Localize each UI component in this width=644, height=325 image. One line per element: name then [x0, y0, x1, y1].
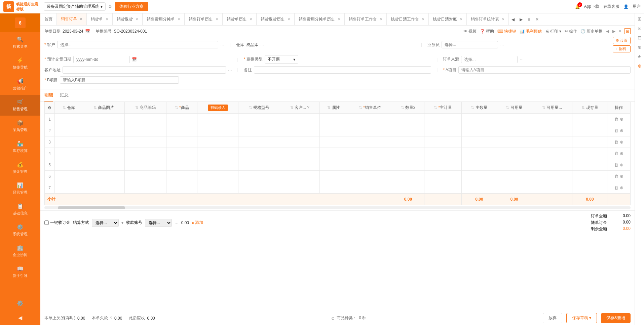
salesperson-input[interactable]: [442, 41, 498, 48]
app-download-link[interactable]: App下载: [584, 4, 599, 9]
profit-btn[interactable]: 📊 毛利预估: [520, 29, 542, 34]
nav-next-icon[interactable]: ▶: [612, 29, 615, 34]
tab-return-history[interactable]: 销货单历史 ✕: [223, 13, 257, 26]
col-product-code[interactable]: ⇅ 商品编码: [125, 102, 166, 114]
add-product-btn[interactable]: + 物料: [613, 45, 631, 52]
delivery-date-input[interactable]: [73, 56, 130, 63]
row-attributes[interactable]: [319, 114, 348, 125]
view-btn[interactable]: 👁 视频: [463, 29, 477, 34]
row-warehouse[interactable]: [55, 114, 83, 125]
tab-close-icon[interactable]: ✕: [422, 17, 424, 21]
sidebar-settings-btn[interactable]: ⚙️: [0, 296, 40, 311]
sidebar-item-basic-info[interactable]: 📋 基础信息: [0, 199, 40, 220]
tab-menu-btn[interactable]: ≡: [525, 13, 533, 26]
col-available-qty[interactable]: ⇅ 可用量: [497, 102, 532, 114]
scrollbar[interactable]: [44, 206, 631, 209]
customer-more-btn[interactable]: ···: [220, 42, 224, 47]
tab-close-icon[interactable]: ✕: [136, 17, 138, 21]
col-spec[interactable]: ⇅ 规格型号: [238, 102, 280, 114]
tab-expense-split[interactable]: 销售费用分摊单 ✕: [143, 13, 185, 26]
sidebar-item-operations[interactable]: 📊 经营管理: [0, 178, 40, 199]
tab-prev-btn[interactable]: ◀: [509, 13, 517, 26]
online-support-link[interactable]: 在线客服: [603, 4, 619, 9]
tab-expense-history[interactable]: 销售费用分摊单历史 ✕: [295, 13, 345, 26]
copy-icon[interactable]: ⊕: [620, 151, 623, 156]
sidebar-item-sales-mgmt[interactable]: 🛒 销售管理: [0, 95, 40, 116]
setup-btn[interactable]: ⚙ 设置: [613, 37, 631, 44]
address-more-btn[interactable]: ···: [228, 67, 232, 73]
calendar-icon[interactable]: 📅: [132, 57, 137, 62]
tab-daily-account[interactable]: 钱货日清对账 ✕: [429, 13, 467, 26]
help-btn[interactable]: ❓ 帮助: [480, 29, 494, 34]
sidebar-item-quick-nav[interactable]: ⚡ 快捷导航: [0, 53, 40, 74]
row-sales-unit[interactable]: [348, 114, 392, 125]
salesperson-more-btn[interactable]: ···: [500, 42, 504, 47]
order-source-input[interactable]: [461, 56, 518, 63]
delete-icon[interactable]: 🗑: [614, 151, 618, 156]
user-avatar[interactable]: 👤: [623, 4, 629, 9]
delete-icon[interactable]: 🗑: [614, 185, 618, 190]
sidebar-item-search-menu[interactable]: 🔍 搜索菜单: [0, 32, 40, 53]
row-customer-field[interactable]: [280, 114, 319, 125]
grid-view-icon[interactable]: ⊞: [624, 28, 631, 34]
right-icon-3[interactable]: ⊟: [638, 35, 642, 40]
tab-close-icon[interactable]: ✕: [502, 17, 504, 21]
sidebar-collapse-btn[interactable]: ◀: [0, 311, 40, 325]
delete-icon[interactable]: 🗑: [614, 117, 618, 122]
b-project-input[interactable]: [60, 76, 179, 84]
col-sales-unit[interactable]: ⇅ *销售单位: [348, 102, 392, 114]
tab-close-icon[interactable]: ✕: [106, 17, 108, 21]
tab-close-icon[interactable]: ✕: [178, 17, 180, 21]
delete-icon[interactable]: 🗑: [614, 162, 618, 167]
delete-icon[interactable]: 🗑: [614, 128, 618, 133]
settings-icon[interactable]: ⚙: [108, 4, 112, 9]
history-btn[interactable]: 🕐 历史单据: [580, 29, 603, 34]
row-main-qty[interactable]: [462, 114, 497, 125]
tab-sales-stats[interactable]: 销售订单统计表 ✕: [467, 13, 509, 26]
customer-input[interactable]: [57, 41, 218, 48]
tab-next-btn[interactable]: ▶: [517, 13, 525, 26]
account-select[interactable]: 选择...: [145, 219, 172, 227]
col-main-unit[interactable]: ⇅ *主计量: [424, 102, 462, 114]
sidebar-item-inventory[interactable]: 🏪 库存核算: [0, 136, 40, 157]
sidebar-item-finance[interactable]: 💰 资金管理: [0, 157, 40, 178]
tab-close-icon[interactable]: ✕: [288, 17, 290, 21]
tab-summary[interactable]: 汇总: [60, 89, 69, 101]
one-click-confirm-check[interactable]: [44, 220, 49, 225]
col-available-more[interactable]: ⇅ 可用量...: [532, 102, 572, 114]
copy-icon[interactable]: ⊕: [620, 128, 623, 133]
right-icon-2[interactable]: ⊡: [638, 26, 642, 31]
col-settings[interactable]: ⚙: [45, 102, 55, 114]
sidebar-item-marketing[interactable]: 📢 营销推广: [0, 74, 40, 95]
copy-icon[interactable]: ⊕: [620, 185, 623, 190]
industry-btn[interactable]: 体验行业方案: [115, 2, 148, 11]
tab-close-all-btn[interactable]: ✕: [533, 13, 541, 26]
tab-sales-order[interactable]: 销售订单 ✕: [57, 13, 87, 26]
tab-sales-return[interactable]: 销货单 ✕: [87, 13, 113, 26]
tab-close-icon[interactable]: ✕: [338, 17, 340, 21]
row-spec[interactable]: [238, 114, 280, 125]
row-qty2[interactable]: [392, 114, 424, 125]
right-icon-6[interactable]: ⊛: [638, 63, 642, 69]
tab-close-icon[interactable]: ✕: [250, 17, 252, 21]
tab-close-icon[interactable]: ✕: [380, 17, 382, 21]
add-row-btn[interactable]: ● 添加: [192, 220, 203, 226]
question-icon[interactable]: ?: [307, 105, 309, 110]
copy-icon[interactable]: ⊕: [620, 174, 623, 179]
col-warehouse[interactable]: ⇅ 仓库: [55, 102, 83, 114]
tab-home[interactable]: 首页: [40, 13, 57, 26]
save-new-btn[interactable]: 保存&新增: [601, 313, 631, 323]
print-btn[interactable]: 🖨 打印 ▾: [545, 29, 561, 34]
nav-prev-icon[interactable]: ◀: [606, 29, 609, 34]
order-source-more-btn[interactable]: ···: [520, 57, 524, 62]
address-input[interactable]: [63, 66, 226, 74]
notification-icon[interactable]: 🔔 9: [575, 4, 580, 9]
col-main-qty[interactable]: ⇅ 主数量: [462, 102, 497, 114]
row-product-code[interactable]: [125, 114, 166, 125]
scan-input-btn[interactable]: 扫码录入: [208, 105, 228, 111]
copy-icon[interactable]: ⊕: [620, 139, 623, 145]
col-customer-field[interactable]: ⇅ 客户... ?: [280, 102, 319, 114]
question-icon[interactable]: ?: [110, 316, 112, 321]
invoice-type-select[interactable]: 不开票 ▾: [265, 55, 298, 64]
tab-refund-history[interactable]: 销货退货历史 ✕: [257, 13, 295, 26]
